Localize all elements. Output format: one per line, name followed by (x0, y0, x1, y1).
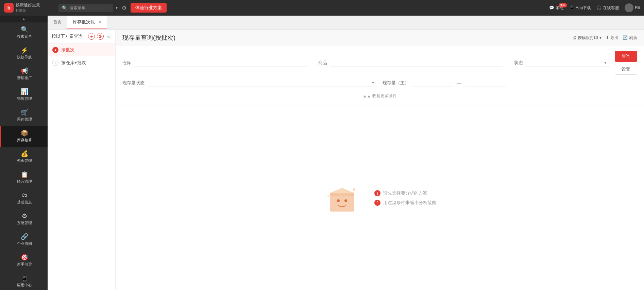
product-more-btn[interactable]: ··· (505, 60, 509, 65)
messages-btn[interactable]: 💬 消息 99+ (549, 5, 564, 11)
svg-point-6 (327, 195, 329, 197)
status-label: 状态 (514, 60, 523, 66)
scheme-item-by-warehouse-batch[interactable]: ○ 按仓库+批次 (48, 56, 115, 69)
export-label: 导出 (610, 35, 618, 41)
search-dropdown-icon[interactable]: ▾ (116, 5, 118, 10)
scheme-settings-btn[interactable]: ⚙ (97, 33, 104, 40)
scheme-icon-by-batch: ● (52, 47, 58, 53)
sidebar-item-sales[interactable]: 📊 销售管理 (0, 85, 48, 105)
sidebar-item-basic-info[interactable]: 🗂 基础信息 (0, 188, 48, 209)
sidebar-label: 系统管理 (17, 220, 32, 225)
experience-btn[interactable]: 体验行业方案 (131, 3, 167, 13)
sidebar-label: 快捷导航 (17, 55, 32, 60)
scheme-item-by-batch[interactable]: ● 按批次 (48, 43, 115, 56)
content-area: 首页 库存批次账 ✕ 按以下方案查询 + ⚙ « (48, 16, 644, 290)
sidebar-item-inventory[interactable]: 📦 库存核算 (0, 126, 48, 147)
app-version: 标准版 (16, 8, 40, 13)
hint-2-number: 2 (374, 200, 380, 206)
query-btn-group: 查询 设置 (615, 51, 637, 75)
finance-icon: 💰 (21, 151, 28, 157)
system-icon: ⚙ (22, 213, 27, 219)
settings-icon[interactable]: ⚙ (120, 3, 128, 13)
search-text: 搜索菜单 (69, 5, 86, 11)
basic-info-icon: 🗂 (21, 192, 28, 198)
sidebar-item-system[interactable]: ⚙ 系统管理 (0, 209, 48, 230)
query-btn[interactable]: 查询 (615, 51, 637, 62)
tab-close-btn[interactable]: ✕ (98, 20, 101, 24)
apps-icon: 📱 (21, 275, 28, 281)
filter-row-2: 现存量状态 ▾ 现存量（主） — (122, 79, 637, 87)
status-select[interactable]: ▾ (526, 59, 609, 67)
inventory-status-label: 现存量状态 (122, 80, 145, 86)
settings-btn[interactable]: 设置 (615, 64, 637, 75)
scheme-settings-icon: ⚙ (98, 34, 102, 39)
warehouse-input[interactable] (134, 59, 307, 67)
sidebar-item-enterprise[interactable]: 🔗 企业协同 (0, 230, 48, 250)
logo-icon: b (4, 3, 14, 13)
query-area: 现存量查询(按批次) 🖨 按模板打印 ▾ ⬆ 导出 🔄 (116, 30, 644, 290)
refresh-btn[interactable]: 🔄 刷新 (623, 35, 637, 41)
scheme-collapse-btn[interactable]: « (106, 34, 111, 39)
query-result: 1 请先选择要分析的方案 2 用过滤条件来缩小分析范围 (116, 106, 644, 290)
tab-home[interactable]: 首页 (48, 16, 67, 29)
sidebar-scroll-up[interactable]: ▲ (0, 16, 48, 22)
logo-area: b 畅康通好生意 标准版 (4, 3, 52, 13)
search-icon: 🔍 (21, 26, 28, 33)
filter-row-1: 仓库 ··· 商品 ··· 状态 (122, 51, 637, 75)
sidebar-item-apps[interactable]: 📱 应用中心 (0, 271, 48, 290)
messages-badge: 99+ (559, 3, 567, 7)
sidebar-item-quick-nav[interactable]: ⚡ 快捷导航 (0, 43, 48, 64)
quick-nav-icon: ⚡ (21, 47, 28, 53)
sidebar: ▲ 🔍 搜索菜单 ⚡ 快捷导航 📢 营销推广 📊 销售管理 🛒 采购管理 📦 库… (0, 16, 48, 290)
sidebar-label: 企业协同 (17, 241, 32, 246)
inventory-status-select[interactable]: ▾ (147, 79, 377, 87)
print-template-btn[interactable]: 🖨 按模板打印 ▾ (572, 35, 601, 41)
sidebar-label: 基础信息 (17, 200, 32, 205)
inventory-qty-label: 现存量（主） (383, 80, 409, 86)
tab-inventory-batch[interactable]: 库存批次账 ✕ (67, 16, 107, 29)
hint-2-text: 用过滤条件来缩小分析范围 (383, 200, 436, 206)
print-label: 按模板打印 (578, 35, 598, 41)
app-download-btn[interactable]: 📱 App下载 (569, 5, 591, 11)
sidebar-label: 经营管理 (17, 179, 32, 184)
messages-icon: 💬 (549, 5, 554, 10)
logo-text-group: 畅康通好生意 标准版 (16, 3, 40, 13)
marketing-icon: 📢 (21, 68, 28, 74)
sales-icon: 📊 (21, 89, 28, 95)
user-profile-btn[interactable]: Rit (625, 3, 640, 12)
empty-illustration (323, 178, 364, 218)
header-search-bar[interactable]: 🔍 搜索菜单 (58, 4, 113, 12)
scheme-panel-actions: + ⚙ « (88, 33, 111, 40)
sidebar-label: 营销推广 (17, 75, 32, 80)
status-dropdown-icon: ▾ (604, 60, 607, 65)
warehouse-field: 仓库 ··· (122, 59, 313, 67)
sidebar-label: 资金管理 (17, 158, 32, 163)
newbie-icon: 🎯 (21, 254, 28, 260)
sidebar-item-purchase[interactable]: 🛒 采购管理 (0, 105, 48, 126)
sidebar-item-newbie[interactable]: 🎯 新手引导 (0, 250, 48, 271)
sidebar-item-operations[interactable]: 📋 经营管理 (0, 167, 48, 188)
add-scheme-btn[interactable]: + (88, 33, 95, 40)
sidebar-item-search[interactable]: 🔍 搜索菜单 (0, 22, 48, 43)
main-layout: ▲ 🔍 搜索菜单 ⚡ 快捷导航 📢 营销推广 📊 销售管理 🛒 采购管理 📦 库… (0, 16, 644, 290)
product-input[interactable] (330, 59, 503, 67)
sidebar-item-marketing[interactable]: 📢 营销推广 (0, 64, 48, 85)
sidebar-label: 库存核算 (17, 138, 32, 143)
inventory-qty-min-input[interactable] (412, 79, 453, 87)
online-service-btn[interactable]: 🎧 在线客服 (596, 5, 619, 11)
svg-point-3 (337, 199, 340, 202)
collapse-more-btn[interactable]: ▲▲ 收起更多条件 (122, 91, 637, 101)
print-icon: 🖨 (572, 35, 576, 40)
export-btn[interactable]: ⬆ 导出 (606, 35, 618, 41)
top-header: b 畅康通好生意 标准版 🔍 搜索菜单 ▾ ⚙ 体验行业方案 💬 消息 99+ … (0, 0, 644, 16)
print-dropdown-icon[interactable]: ▾ (599, 35, 601, 40)
svg-rect-2 (330, 193, 354, 196)
scheme-panel-header: 按以下方案查询 + ⚙ « (48, 30, 115, 43)
empty-hints: 1 请先选择要分析的方案 2 用过滤条件来缩小分析范围 (374, 190, 436, 206)
product-field: 商品 ··· (318, 59, 509, 67)
refresh-icon: 🔄 (623, 35, 628, 40)
sidebar-item-finance[interactable]: 💰 资金管理 (0, 147, 48, 167)
sidebar-label: 搜索菜单 (17, 34, 32, 39)
warehouse-more-btn[interactable]: ··· (309, 60, 313, 65)
inventory-qty-max-input[interactable] (465, 79, 506, 87)
